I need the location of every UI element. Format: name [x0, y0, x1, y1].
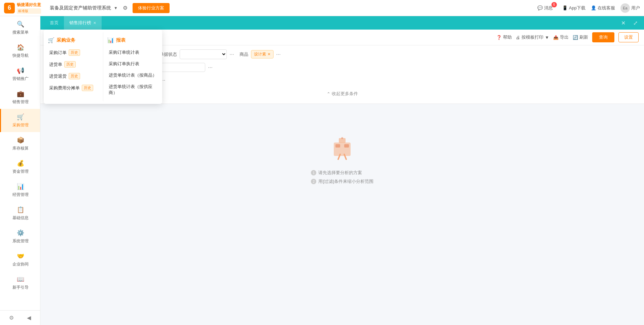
- sidebar-item-inventory[interactable]: 📦 库存核算: [0, 132, 40, 155]
- sys-dropdown-btn[interactable]: ▼: [114, 6, 118, 10]
- sidebar-item-newbie[interactable]: 📖 新手引导: [0, 271, 40, 294]
- sidebar-label-search: 搜索菜单: [12, 30, 29, 35]
- collapse-icon: ⌃: [327, 91, 330, 96]
- reports-col-icon: 📊: [107, 37, 114, 43]
- user-area[interactable]: Ea 用户: [620, 3, 640, 13]
- product-dots[interactable]: ···: [276, 51, 281, 57]
- doc-status-label: 单据状态: [159, 51, 177, 57]
- sidebar-item-system[interactable]: ⚙️ 系统管理: [0, 225, 40, 248]
- history-badge-1: 历史: [69, 49, 80, 56]
- print-label: 按模板打印: [522, 34, 543, 40]
- tab-close-window-btn[interactable]: ✕: [618, 18, 628, 28]
- online-service-btn[interactable]: 👤 在线客服: [591, 5, 615, 11]
- sidebar-item-operations[interactable]: 📊 经营管理: [0, 178, 40, 202]
- print-btn[interactable]: 🖨 按模板打印 ▼: [516, 34, 549, 40]
- user-initial: Ea: [623, 6, 627, 10]
- inventory-icon: 📦: [16, 136, 25, 144]
- tip-num-2: 2: [311, 179, 316, 184]
- reports-col-header: 📊 报表: [107, 35, 158, 47]
- home-icon: 🏠: [16, 43, 25, 51]
- sales-icon: 💼: [16, 90, 25, 98]
- purchase-col-title: 采购业务: [57, 37, 75, 43]
- sidebar-label-enterprise: 企业协同: [12, 261, 29, 267]
- user-avatar: Ea: [620, 3, 630, 13]
- header-right: 💬 消息 6 📱 App下载 👤 在线客服 Ea 用户: [537, 3, 640, 13]
- enterprise-icon: 🤝: [16, 252, 25, 260]
- user-label: 用户: [631, 5, 640, 11]
- tab-maximize-btn[interactable]: ⤢: [631, 18, 640, 28]
- history-badge-3: 历史: [69, 73, 80, 79]
- dropdown-label-report-order-exec: 采购订单执行表: [109, 61, 139, 67]
- tab-sales-rank[interactable]: 销售排行榜 ✕: [64, 16, 102, 30]
- dropdown-item-report-order-exec[interactable]: 采购订单执行表: [107, 58, 158, 70]
- message-badge: 6: [551, 2, 557, 7]
- doc-status-dots[interactable]: ···: [229, 51, 234, 57]
- sidebar-item-sales[interactable]: 💼 销售管理: [0, 86, 40, 109]
- sidebar-item-enterprise[interactable]: 🤝 企业协同: [0, 248, 40, 271]
- sidebar-collapse-btn[interactable]: ◀: [27, 315, 31, 321]
- export-label: 导出: [560, 34, 569, 40]
- sidebar-label-sales: 销售管理: [12, 99, 29, 105]
- sidebar-item-purchase[interactable]: 🛒 采购管理: [0, 109, 40, 132]
- empty-state: 1 请先选择要分析的方案 2 用[过滤]条件来缩小分析范围: [40, 104, 644, 211]
- product-tag-close-icon[interactable]: ✕: [267, 52, 271, 56]
- reports-col-title: 报表: [116, 37, 126, 43]
- tab-bar: 首页 销售排行榜 ✕ ✕ ⤢: [40, 16, 644, 30]
- marketing-icon: 📢: [16, 67, 25, 75]
- sidebar-item-marketing[interactable]: 📢 营销推广: [0, 63, 40, 86]
- refresh-btn[interactable]: 🔄 刷新: [573, 34, 588, 40]
- product-tag[interactable]: 设计素 ✕: [251, 50, 274, 58]
- app-download-btn[interactable]: 📱 App下载: [562, 5, 585, 11]
- svg-rect-2: [344, 144, 349, 148]
- settings-btn[interactable]: 设置: [618, 32, 639, 42]
- tab-close-icon[interactable]: ✕: [93, 21, 96, 25]
- doc-status-field: 单据状态 ···: [159, 49, 234, 59]
- dropdown-label-purchase-return: 进货退货: [49, 73, 67, 79]
- sidebar-label-basicinfo: 基础信息: [12, 215, 29, 221]
- sidebar-item-search[interactable]: 🔍 搜索菜单: [0, 16, 40, 39]
- reports-col: 📊 报表 采购订单统计表 采购订单执行表 进货单统计表（按商品） 进货单统计表（…: [103, 32, 163, 101]
- export-btn[interactable]: 📤 导出: [553, 34, 569, 40]
- logo-badge: 标准版: [17, 8, 41, 14]
- sidebar-settings-btn[interactable]: ⚙: [9, 315, 14, 321]
- sidebar-item-finance[interactable]: 💰 资金管理: [0, 155, 40, 178]
- sidebar-item-basicinfo[interactable]: 📋 基础信息: [0, 202, 40, 225]
- purchase-business-col: 🛒 采购业务 采购订单 历史 进货单 历史 进货退货 历史 采购费用分摊单 历史: [44, 32, 103, 101]
- help-btn[interactable]: ❓ 帮助: [496, 34, 512, 40]
- logo-text-block: 畅捷通好生意 标准版: [17, 2, 41, 14]
- product-label: 商品: [240, 51, 248, 57]
- dropdown-item-report-in-supplier[interactable]: 进货单统计表（按供应商）: [107, 81, 158, 98]
- tab-home[interactable]: 首页: [44, 16, 64, 30]
- sidebar-bottom: ⚙ ◀: [0, 310, 40, 325]
- online-service-label: 在线客服: [598, 5, 615, 11]
- product-field: 商品 设计素 ✕ ···: [240, 50, 281, 58]
- header-settings-btn[interactable]: ⚙: [120, 3, 130, 13]
- finance-icon: 💰: [16, 159, 25, 167]
- dropdown-item-report-in-product[interactable]: 进货单统计表（按商品）: [107, 70, 158, 81]
- system-icon: ⚙️: [16, 229, 25, 237]
- product-tag-value: 设计素: [254, 51, 266, 57]
- purchase-col-header: 🛒 采购业务: [48, 35, 99, 47]
- dropdown-item-purchase-in[interactable]: 进货单 历史: [48, 58, 99, 70]
- help-label: 帮助: [503, 34, 512, 40]
- sidebar-label-finance: 资金管理: [12, 169, 29, 174]
- sidebar-item-quicknav[interactable]: 🏠 快捷导航: [0, 39, 40, 63]
- message-icon: 💬: [537, 5, 543, 10]
- dropdown-label-report-order-stat: 采购订单统计表: [109, 49, 139, 55]
- dropdown-label-purchase-in: 进货单: [49, 62, 62, 68]
- query-btn[interactable]: 查询: [592, 32, 614, 42]
- dropdown-item-purchase-order[interactable]: 采购订单 历史: [48, 47, 99, 58]
- service-icon: 👤: [591, 5, 596, 10]
- dropdown-item-purchase-return[interactable]: 进货退货 历史: [48, 70, 99, 82]
- tip-text-1: 请先选择要分析的方案: [318, 170, 362, 176]
- history-badge-4: 历史: [82, 85, 93, 91]
- dropdown-item-report-order-stat[interactable]: 采购订单统计表: [107, 47, 158, 58]
- dropdown-item-purchase-expense[interactable]: 采购费用分摊单 历史: [48, 82, 99, 94]
- salesperson-dots[interactable]: ···: [208, 65, 212, 71]
- print-icon: 🖨: [516, 35, 520, 40]
- logo-icon: 6: [4, 3, 15, 13]
- empty-tip-row-2: 2 用[过滤]条件来缩小分析范围: [311, 178, 373, 185]
- doc-status-select[interactable]: [180, 49, 227, 59]
- industry-btn[interactable]: 体验行业方案: [133, 3, 170, 13]
- message-btn[interactable]: 💬 消息 6: [537, 5, 557, 11]
